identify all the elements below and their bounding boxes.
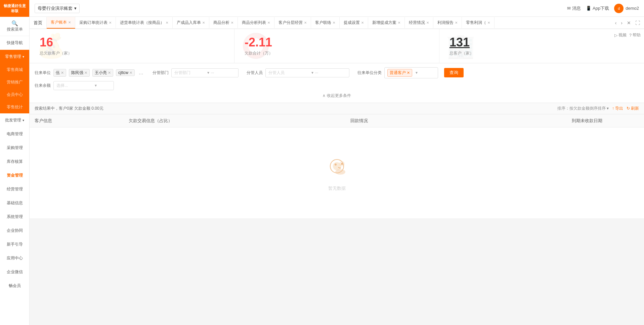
filter-label-dept: 分管部门	[153, 70, 169, 76]
sidebar-item-wholesale[interactable]: 批发管理 ▾	[0, 113, 29, 127]
close-icon12[interactable]: ✕	[455, 21, 458, 25]
tab-customer-contact[interactable]: 客户联络 ✕	[311, 17, 340, 28]
close-icon13[interactable]: ✕	[487, 21, 490, 25]
tab-incoming-stats[interactable]: 进货单统计表（按商品） ✕	[116, 17, 173, 28]
sidebar-item-enterprise[interactable]: 企业协同	[0, 224, 29, 238]
search-menu-label: 搜索菜单	[7, 27, 23, 32]
video-btn[interactable]: ▷ 视频	[614, 32, 627, 38]
tab-profit-report[interactable]: 利润报告 ✕	[433, 17, 462, 28]
remove-tag-wang[interactable]: ✕	[108, 71, 111, 75]
category-select[interactable]: 普通客户 ✕ ▾	[384, 67, 438, 78]
remove-tag-wu[interactable]: ✕	[61, 71, 64, 75]
sidebar-item-purchase[interactable]: 采购管理	[0, 141, 29, 155]
tab-profit-report-label: 利润报告	[437, 20, 454, 26]
sidebar-item-ecommerce[interactable]: 电商管理	[0, 127, 29, 141]
sidebar-item-app-center[interactable]: 应用中心	[0, 251, 29, 265]
close-icon[interactable]: ✕	[68, 21, 71, 24]
collapse-btn[interactable]: ∧ 收起更多条件	[35, 93, 639, 99]
chevron-down-icon2: ▾	[23, 118, 24, 122]
sidebar-item-retail-stats[interactable]: 零售统计	[0, 101, 29, 113]
chevron-category-icon: ▾	[416, 70, 418, 75]
filter-row-2: 往来余额 选择... ▾	[35, 81, 639, 90]
account-dropdown[interactable]: 母婴行业演示账套 ▾	[35, 4, 80, 13]
tab-customer-account[interactable]: 客户账本 ✕	[47, 17, 75, 29]
help-btn[interactable]: ? 帮助	[629, 32, 641, 38]
balance-placeholder: 选择...	[56, 83, 68, 88]
sidebar-item-member[interactable]: 会员中心	[0, 88, 29, 101]
app-logo: 畅捷通好生意 标版	[0, 0, 29, 17]
ecommerce-label: 电商管理	[7, 132, 23, 136]
category-tag: 普通客户 ✕	[387, 69, 412, 77]
dept-select[interactable]: 分管部门 ▾ ···	[171, 68, 239, 77]
tab-purchase-order[interactable]: 采购订单统计表 ✕	[75, 17, 116, 28]
close-icon10[interactable]: ✕	[398, 21, 400, 25]
close-icon11[interactable]: ✕	[426, 21, 429, 25]
expand-icon[interactable]: ⛶	[634, 20, 641, 26]
app-download-btn[interactable]: 📱 App下载	[586, 5, 609, 11]
balance-select[interactable]: 选择... ▾	[53, 81, 114, 90]
app-subtitle: 标版	[11, 9, 18, 13]
sidebar-item-system[interactable]: 系统管理	[0, 210, 29, 224]
close-icon6[interactable]: ✕	[267, 21, 270, 25]
close-all-icon[interactable]: ✕	[626, 20, 632, 26]
remove-category-tag[interactable]: ✕	[407, 71, 410, 75]
query-button[interactable]: 查询	[444, 68, 464, 77]
tab-home[interactable]: 首页	[30, 17, 47, 29]
sidebar-item-retail[interactable]: 零售管理 ▾	[0, 50, 29, 64]
close-icon3[interactable]: ✕	[166, 21, 168, 25]
member-label: 会员中心	[7, 92, 23, 97]
sidebar-item-quick-nav[interactable]: 快捷导航	[0, 36, 29, 50]
chevron-sort-icon[interactable]: ▾	[607, 106, 609, 111]
inventory-label: 库存核算	[7, 159, 23, 164]
search-menu[interactable]: 🔍 搜索菜单	[0, 17, 29, 36]
tab-operations[interactable]: 经营情况 ✕	[405, 17, 433, 28]
tab-product-analysis[interactable]: 商品分析 ✕	[209, 17, 238, 28]
sidebar-item-operations[interactable]: 经营管理	[0, 182, 29, 196]
dept-clear-icon[interactable]: ···	[211, 70, 214, 75]
person-select[interactable]: 分管人员 ▾ ···	[265, 68, 349, 77]
tab-customer-segment[interactable]: 客户分层经营 ✕	[274, 17, 311, 28]
tab-product-analysis-list[interactable]: 商品分析列表 ✕	[238, 17, 274, 28]
col-payment-status: 回款情况	[350, 118, 572, 124]
sidebar-item-basic-info[interactable]: 基础信息	[0, 196, 29, 210]
sidebar-item-inventory[interactable]: 库存核算	[0, 155, 29, 169]
empty-state-icon	[324, 154, 350, 181]
person-more-icon[interactable]: ···	[315, 70, 318, 75]
close-icon7[interactable]: ✕	[304, 21, 307, 25]
sidebar-retail-sub: 零售商城 营销推广 会员中心 零售统计	[0, 64, 29, 113]
sidebar-item-guide[interactable]: 新手引导	[0, 238, 29, 251]
tag-cj-text: cjttcw	[118, 70, 128, 75]
sidebar-item-wechat[interactable]: 企业微信	[0, 265, 29, 279]
close-icon9[interactable]: ✕	[361, 21, 364, 25]
next-tab-icon[interactable]: ›	[619, 20, 624, 26]
empty-state: 暂无数据	[30, 128, 644, 218]
close-icon4[interactable]: ✕	[202, 21, 205, 25]
sidebar-item-finance[interactable]: 资金管理	[0, 169, 29, 182]
tab-promotion-settings[interactable]: 提成设置 ✕	[340, 17, 368, 28]
message-btn[interactable]: ✉ 消息	[567, 5, 581, 11]
remove-tag-chen[interactable]: ✕	[84, 71, 87, 75]
tab-purchase-order-label: 采购订单统计表	[79, 20, 108, 26]
prev-tab-icon[interactable]: ‹	[614, 20, 618, 26]
export-btn[interactable]: ↑ 导出	[612, 106, 623, 111]
user-menu[interactable]: d demo2	[614, 4, 639, 13]
tab-new-promotion[interactable]: 新增提成方案 ✕	[368, 17, 405, 28]
filter-row-1: 往来单位 伍 ✕ 陈民强 ✕ 王小亮 ✕ cjttcw ✕ ...	[35, 67, 639, 78]
close-icon2[interactable]: ✕	[109, 21, 112, 25]
close-icon8[interactable]: ✕	[333, 21, 335, 25]
close-icon5[interactable]: ✕	[231, 21, 233, 25]
sidebar-item-retail-mall[interactable]: 零售商城	[0, 64, 29, 76]
chevron-down-icon3: ▾	[74, 6, 77, 11]
refresh-btn[interactable]: ↻ 刷新	[627, 106, 639, 111]
topbar-left: 母婴行业演示账套 ▾	[35, 4, 80, 13]
remove-tag-cj[interactable]: ✕	[129, 71, 132, 75]
purchase-label: 采购管理	[7, 145, 23, 150]
tab-product-in[interactable]: 产成品入库单 ✕	[173, 17, 209, 28]
tab-customer-account-label: 客户账本	[51, 20, 67, 25]
sidebar-item-marketing[interactable]: 营销推广	[0, 76, 29, 88]
stats-row: 💰 16 总欠款客户（家） ⭕ -2.11 欠款合计（万） 🏢 131 总客户（…	[30, 29, 644, 63]
tab-customer-contact-label: 客户联络	[315, 20, 331, 26]
tab-retail-profit[interactable]: 零售利润（ ✕	[462, 17, 495, 28]
sidebar-item-vip[interactable]: 畅会员	[0, 279, 29, 293]
more-tags-btn[interactable]: ...	[137, 70, 144, 76]
